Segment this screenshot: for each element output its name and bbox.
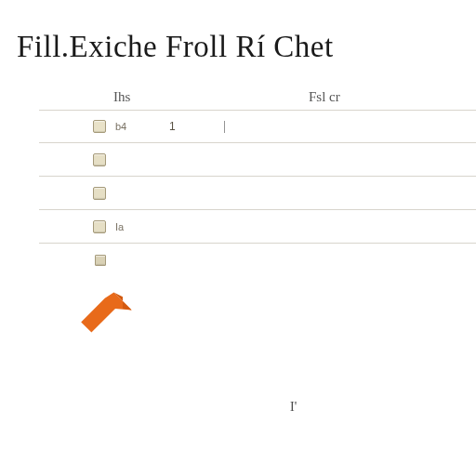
checkbox-icon[interactable] xyxy=(93,220,106,233)
list-rows: b4 1 | Ia xyxy=(39,110,476,277)
list-item[interactable] xyxy=(39,177,476,210)
checkbox-icon[interactable] xyxy=(93,120,106,133)
list-item[interactable]: b4 1 | xyxy=(39,110,476,143)
list-item[interactable]: Ia xyxy=(39,210,476,244)
checkbox-icon[interactable] xyxy=(93,153,106,166)
list-item[interactable] xyxy=(39,143,476,177)
pointer-arrow-icon xyxy=(71,286,145,361)
checkbox-icon[interactable] xyxy=(95,255,106,266)
row-value: 1 xyxy=(169,120,176,133)
checkbox-icon[interactable] xyxy=(93,187,106,200)
row-label: b4 xyxy=(115,121,126,132)
row-label: Ia xyxy=(115,221,124,232)
svg-marker-1 xyxy=(113,292,131,310)
column-header-left: Ihs xyxy=(113,89,130,105)
list-item[interactable] xyxy=(39,244,476,277)
column-header-right: Fsl cr xyxy=(309,89,340,105)
svg-marker-0 xyxy=(81,292,131,332)
page-title: Fill.Exiche Froll Rí Chet xyxy=(17,30,334,64)
row-right: | xyxy=(223,119,226,134)
stray-text: I' xyxy=(290,400,297,415)
